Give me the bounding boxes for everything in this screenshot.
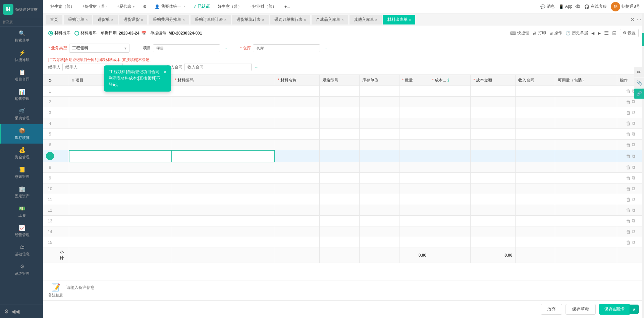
delete-row-icon[interactable]: 🗑 — [626, 89, 631, 94]
cell-project[interactable] — [69, 97, 172, 107]
sidebar-item-project[interactable]: 📋 项目合同 — [0, 66, 43, 85]
tabbar-item-purchase-order[interactable]: 采购订单 × — [64, 15, 92, 24]
cell-name[interactable] — [275, 226, 319, 237]
project-cell-input[interactable] — [72, 154, 169, 158]
cell-available[interactable] — [555, 183, 617, 194]
save-draft-btn[interactable]: 保存草稿 — [566, 304, 596, 315]
close-tab-icon[interactable]: × — [262, 18, 264, 22]
cell-available[interactable] — [555, 162, 617, 173]
sidebar-item-accounting[interactable]: 📒 总账管理 — [0, 163, 43, 182]
sidebar-item-system[interactable]: ⚙ 系统管理 — [0, 260, 43, 279]
delete-row-icon[interactable]: 🗑 — [626, 110, 631, 115]
cell-unit[interactable] — [359, 107, 399, 118]
cell-name[interactable] — [275, 173, 319, 183]
topbar-tab-settings[interactable]: ⚙ — [140, 3, 150, 10]
cell-project[interactable] — [69, 118, 172, 129]
cell-contract[interactable] — [515, 129, 555, 140]
cell-project[interactable] — [69, 237, 172, 248]
copy-row-icon[interactable]: ⧉ — [632, 153, 635, 159]
cell-available[interactable] — [555, 140, 617, 150]
history-btn[interactable]: 🕐 历史单据 — [566, 30, 588, 36]
cell-code[interactable] — [172, 107, 275, 118]
cell-name[interactable] — [275, 107, 319, 118]
cell-unit[interactable] — [359, 162, 399, 173]
cell-code[interactable] — [172, 118, 275, 129]
topbar-tab-0[interactable]: 好生意（普） — [47, 2, 78, 11]
warehouse-input[interactable] — [253, 44, 320, 52]
cell-available[interactable] — [555, 216, 617, 226]
tabbar-item-purchase-exec[interactable]: 采购订单执行表 × — [270, 15, 310, 24]
cell-name[interactable] — [275, 205, 319, 216]
cell-qty[interactable] — [399, 129, 429, 140]
cell-name[interactable] — [275, 86, 319, 97]
close-tab-icon[interactable]: × — [86, 18, 88, 22]
app-download-btn[interactable]: 📱 App下载 — [559, 4, 580, 9]
tabbar-item-incoming[interactable]: 进货单 × — [93, 15, 117, 24]
cell-cost[interactable] — [429, 194, 471, 205]
cell-cost-amount[interactable] — [471, 129, 515, 140]
info-icon[interactable]: ℹ — [447, 78, 449, 83]
cell-cost[interactable] — [429, 216, 471, 226]
topbar-tab-more[interactable]: +... — [281, 3, 293, 10]
cell-cost-amount[interactable] — [471, 226, 515, 237]
copy-row-icon[interactable]: ⧉ — [632, 164, 635, 170]
cell-cost-amount-active[interactable] — [471, 150, 515, 162]
delete-row-icon[interactable]: 🗑 — [626, 142, 631, 148]
cell-qty[interactable] — [399, 118, 429, 129]
print-btn[interactable]: 🖨 打印 — [533, 30, 546, 36]
cell-available[interactable] — [555, 237, 617, 248]
cell-contract[interactable] — [515, 107, 555, 118]
cell-qty[interactable] — [399, 237, 429, 248]
sidebar-item-salary[interactable]: 💵 工资 — [0, 202, 43, 221]
cell-spec-active[interactable] — [320, 150, 360, 162]
collapse-icon[interactable]: ◀◀ — [11, 308, 19, 315]
cell-cost-amount[interactable] — [471, 173, 515, 183]
nav-next-btn[interactable]: ▶ — [598, 31, 601, 36]
cell-cost-active[interactable] — [429, 150, 471, 162]
copy-row-icon[interactable]: ⧉ — [632, 218, 635, 224]
add-row-btn[interactable]: + — [46, 152, 54, 160]
delete-row-icon[interactable]: 🗑 — [626, 175, 631, 181]
cell-unit-active[interactable] — [359, 150, 399, 162]
cell-spec[interactable] — [320, 194, 360, 205]
cell-cost[interactable] — [429, 183, 471, 194]
tabbar-item-expense[interactable]: 采购费用分摊单 × — [149, 15, 189, 24]
cell-name[interactable] — [275, 237, 319, 248]
cell-cost-amount[interactable] — [471, 205, 515, 216]
cell-qty-active[interactable] — [399, 150, 429, 162]
cell-unit[interactable] — [359, 194, 399, 205]
income-contract-lookup-icon[interactable]: ··· — [255, 65, 258, 69]
cell-cost[interactable] — [429, 86, 471, 97]
cell-cost-amount[interactable] — [471, 86, 515, 97]
cell-spec[interactable] — [320, 97, 360, 107]
copy-row-icon[interactable]: ⧉ — [632, 120, 635, 126]
calendar-icon[interactable]: 📅 — [141, 31, 146, 36]
cell-qty[interactable] — [399, 97, 429, 107]
save-new-arrow-btn[interactable]: ∧ — [630, 305, 639, 314]
operate-btn[interactable]: ⊞ 操作 — [549, 30, 562, 36]
sidebar-item-assets[interactable]: 🏢 固定资产 — [0, 182, 43, 202]
delete-row-icon[interactable]: 🗑 — [626, 229, 631, 234]
cell-name-active[interactable] — [275, 150, 319, 162]
cell-contract-active[interactable] — [515, 150, 555, 162]
cell-code[interactable] — [172, 86, 275, 97]
cell-code[interactable] — [172, 162, 275, 173]
cell-qty[interactable] — [399, 183, 429, 194]
cell-project[interactable] — [69, 162, 172, 173]
cell-unit[interactable] — [359, 140, 399, 150]
cell-contract[interactable] — [515, 194, 555, 205]
cell-cost-amount[interactable] — [471, 237, 515, 248]
online-service-btn[interactable]: 🎧 在线客服 — [584, 4, 607, 9]
close-tab-icon[interactable]: × — [224, 18, 226, 22]
delete-row-icon[interactable]: 🗑 — [626, 131, 631, 137]
cell-unit[interactable] — [359, 118, 399, 129]
cell-unit[interactable] — [359, 97, 399, 107]
cell-name[interactable] — [275, 129, 319, 140]
cell-contract[interactable] — [515, 216, 555, 226]
cell-code[interactable] — [172, 129, 275, 140]
tabbar-item-return[interactable]: 进货退货 × — [119, 15, 147, 24]
sort-icon[interactable]: ⇅ — [72, 78, 74, 82]
cell-spec[interactable] — [320, 237, 360, 248]
topbar-tab-1[interactable]: +好业财（普） — [79, 2, 112, 11]
cell-project-editing[interactable] — [69, 150, 172, 162]
